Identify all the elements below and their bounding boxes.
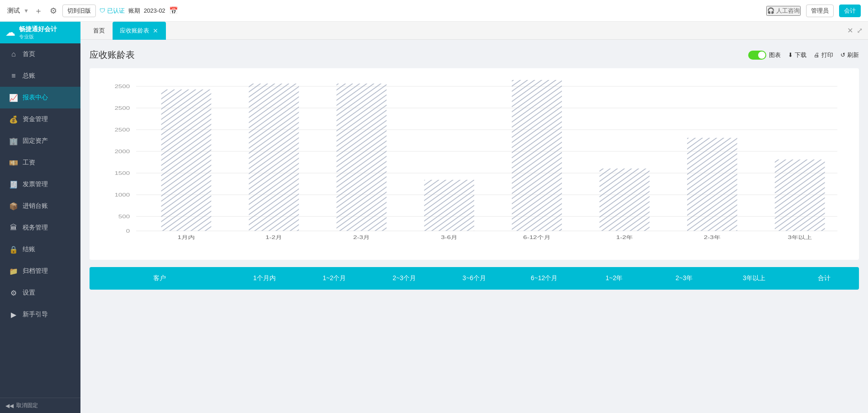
period-label: 账期 bbox=[128, 7, 140, 15]
certified-label: 已认证 bbox=[107, 7, 125, 15]
bar-2-3年 bbox=[687, 138, 737, 231]
headset-icon: 🎧 bbox=[767, 7, 774, 14]
svg-text:6-12个月: 6-12个月 bbox=[523, 235, 550, 240]
download-label: 下载 bbox=[795, 51, 807, 59]
archive-icon: 📁 bbox=[9, 267, 18, 276]
col-6-12month: 6~12个月 bbox=[509, 267, 579, 290]
calendar-icon[interactable]: 📅 bbox=[169, 6, 178, 15]
chart-toggle[interactable] bbox=[748, 51, 766, 60]
sidebar-item-close[interactable]: 🔒 结账 bbox=[0, 239, 80, 260]
logo-edition: 专业版 bbox=[19, 33, 57, 40]
bar-3-6月 bbox=[424, 180, 474, 231]
sidebar-label-purchase: 进销台账 bbox=[23, 202, 48, 210]
settings-icon: ⚙ bbox=[9, 289, 18, 297]
chart-toggle-label: 图表 bbox=[769, 51, 781, 59]
sidebar-label-ledger: 总账 bbox=[23, 72, 35, 80]
sidebar-item-assets[interactable]: 🏢 固定资产 bbox=[0, 130, 80, 152]
add-workspace-button[interactable]: ＋ bbox=[33, 4, 44, 18]
consult-label: 人工咨询 bbox=[776, 7, 800, 15]
sidebar-label-settings: 设置 bbox=[23, 289, 35, 297]
table-header: 客户 1个月内 1~2个月 2~3个月 3~6个月 6~12个月 1~2年 2~… bbox=[90, 267, 859, 290]
close-window-button[interactable]: ✕ bbox=[847, 26, 853, 35]
tab-home-label: 首页 bbox=[93, 27, 105, 35]
logo-icon: ☁ bbox=[5, 27, 15, 38]
sidebar-label-fund: 资金管理 bbox=[23, 115, 48, 123]
tab-ar-aging[interactable]: 应收账龄表 ✕ bbox=[113, 22, 166, 40]
print-button[interactable]: 🖨 打印 bbox=[814, 51, 833, 59]
svg-text:1-2月: 1-2月 bbox=[265, 235, 282, 240]
sidebar-item-archive[interactable]: 📁 归档管理 bbox=[0, 260, 80, 282]
invoice-icon: 🧾 bbox=[9, 180, 18, 189]
bar-2-3月 bbox=[336, 84, 387, 231]
svg-text:2500: 2500 bbox=[114, 127, 130, 132]
col-2-3year: 2~3年 bbox=[649, 267, 719, 290]
sidebar-item-settings[interactable]: ⚙ 设置 bbox=[0, 282, 80, 304]
col-1month: 1个月内 bbox=[229, 267, 299, 290]
sidebar-label-home: 首页 bbox=[23, 50, 35, 58]
sidebar-label-tax: 税务管理 bbox=[23, 224, 48, 232]
guide-icon: ▶ bbox=[9, 310, 18, 319]
bar-6-12月 bbox=[512, 80, 562, 231]
svg-text:2-3年: 2-3年 bbox=[704, 235, 721, 240]
bar-1-2月 bbox=[249, 84, 299, 231]
page-content: 应收账龄表 图表 ⬇ 下载 🖨 打印 ↺ bbox=[80, 40, 868, 413]
col-3year-plus: 3年以上 bbox=[719, 267, 789, 290]
report-icon: 📈 bbox=[9, 94, 18, 102]
print-icon: 🖨 bbox=[814, 52, 820, 58]
sidebar-item-tax[interactable]: 🏛 税务管理 bbox=[0, 217, 80, 239]
col-1-2year: 1~2年 bbox=[579, 267, 649, 290]
sidebar-label-wage: 工资 bbox=[23, 159, 35, 167]
sidebar-item-fund[interactable]: 💰 资金管理 bbox=[0, 108, 80, 130]
fund-icon: 💰 bbox=[9, 115, 18, 124]
tab-bar: 首页 应收账龄表 ✕ ✕ ⤢ bbox=[80, 22, 868, 40]
sidebar-item-guide[interactable]: ▶ 新手引导 bbox=[0, 304, 80, 325]
sidebar-item-home[interactable]: ⌂ 首页 bbox=[0, 43, 80, 65]
cancel-fixed-button[interactable]: ◀◀ 取消固定 bbox=[0, 398, 80, 413]
svg-text:0: 0 bbox=[126, 228, 130, 234]
sidebar-item-invoice[interactable]: 🧾 发票管理 bbox=[0, 174, 80, 195]
consult-button[interactable]: 🎧 人工咨询 bbox=[766, 6, 801, 16]
report-header: 应收账龄表 图表 ⬇ 下载 🖨 打印 ↺ bbox=[90, 49, 859, 61]
svg-text:500: 500 bbox=[118, 214, 130, 219]
bar-1月内 bbox=[161, 89, 212, 231]
col-total: 合计 bbox=[789, 267, 859, 290]
svg-text:2-3月: 2-3月 bbox=[353, 235, 370, 240]
wage-icon: 💴 bbox=[9, 159, 18, 167]
page-title: 应收账龄表 bbox=[90, 49, 135, 61]
sidebar-label-invoice: 发票管理 bbox=[23, 180, 48, 188]
sidebar-item-ledger[interactable]: ≡ 总账 bbox=[0, 65, 80, 87]
bar-1-2年 bbox=[599, 169, 650, 231]
svg-text:2500: 2500 bbox=[114, 105, 130, 111]
chart-container: 2500 2500 2500 2000 1500 1000 500 0 bbox=[90, 68, 859, 260]
workspace-arrow-icon[interactable]: ▼ bbox=[24, 8, 29, 14]
sidebar-label-close: 结账 bbox=[23, 245, 35, 253]
home-icon: ⌂ bbox=[9, 50, 18, 58]
tax-icon: 🏛 bbox=[9, 224, 18, 232]
switch-old-version-button[interactable]: 切到旧版 bbox=[62, 5, 96, 17]
svg-text:3-6月: 3-6月 bbox=[441, 235, 458, 240]
settings-header-button[interactable]: ⚙ bbox=[48, 4, 59, 18]
svg-text:3年以上: 3年以上 bbox=[788, 235, 812, 240]
workspace-name: 测试 bbox=[7, 7, 20, 15]
sidebar-item-purchase[interactable]: 📦 进销台账 bbox=[0, 195, 80, 217]
sidebar-item-report[interactable]: 📈 报表中心 bbox=[0, 87, 80, 108]
download-button[interactable]: ⬇ 下载 bbox=[788, 51, 807, 59]
download-icon: ⬇ bbox=[788, 52, 793, 58]
tab-ar-aging-label: 应收账龄表 bbox=[120, 27, 149, 35]
tab-close-icon[interactable]: ✕ bbox=[153, 27, 158, 34]
close-books-icon: 🔒 bbox=[9, 245, 18, 254]
svg-text:1月内: 1月内 bbox=[178, 235, 195, 240]
assets-icon: 🏢 bbox=[9, 137, 18, 145]
role-button[interactable]: 会计 bbox=[839, 5, 861, 17]
tab-home[interactable]: 首页 bbox=[86, 22, 113, 40]
manager-button[interactable]: 管理员 bbox=[806, 5, 834, 17]
refresh-button[interactable]: ↺ 刷新 bbox=[840, 51, 859, 59]
sidebar-item-wage[interactable]: 💴 工资 bbox=[0, 152, 80, 174]
col-3-6month: 3~6个月 bbox=[439, 267, 509, 290]
purchase-icon: 📦 bbox=[9, 202, 18, 211]
maximize-window-button[interactable]: ⤢ bbox=[857, 26, 863, 35]
sidebar-logo: ☁ 畅捷通好会计 专业版 bbox=[0, 22, 80, 43]
period-value: 2023-02 bbox=[144, 7, 165, 14]
aging-table: 客户 1个月内 1~2个月 2~3个月 3~6个月 6~12个月 1~2年 2~… bbox=[90, 267, 859, 290]
logo-text: 畅捷通好会计 bbox=[19, 25, 57, 33]
